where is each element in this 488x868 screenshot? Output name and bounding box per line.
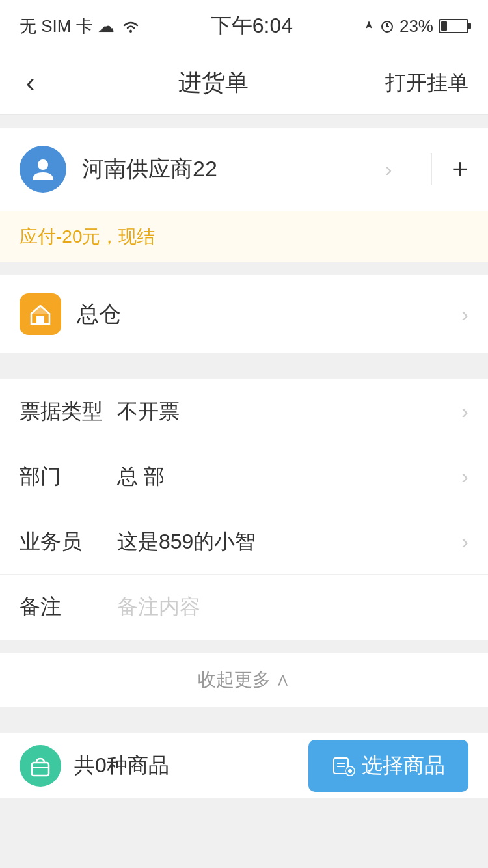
salesperson-value: 这是859的小智 bbox=[111, 528, 461, 556]
warehouse-chevron-icon: › bbox=[461, 303, 468, 327]
dept-label: 部门 bbox=[20, 463, 111, 491]
page-title: 进货单 bbox=[178, 67, 249, 99]
warehouse-row[interactable]: 总仓 › bbox=[0, 275, 488, 353]
form-section: 票据类型 不开票 › 部门 总 部 › 业务员 这是859的小智 › 备注 备注… bbox=[0, 379, 488, 640]
warehouse-name: 总仓 bbox=[77, 299, 461, 329]
svg-rect-5 bbox=[36, 316, 44, 324]
salesperson-chevron-icon: › bbox=[461, 530, 468, 554]
svg-point-0 bbox=[129, 30, 132, 33]
note-input[interactable]: 备注内容 bbox=[111, 593, 468, 621]
invoice-chevron-icon: › bbox=[461, 400, 468, 424]
section-gap-3 bbox=[0, 353, 488, 366]
section-gap-4 bbox=[0, 707, 488, 720]
svg-point-4 bbox=[38, 159, 48, 170]
note-label: 备注 bbox=[20, 593, 111, 621]
open-pending-button[interactable]: 打开挂单 bbox=[385, 69, 468, 98]
notice-banner: 应付-20元，现结 bbox=[0, 211, 488, 262]
warehouse-card[interactable]: 总仓 › bbox=[0, 275, 488, 353]
wifi-icon bbox=[121, 19, 141, 33]
supplier-card: 河南供应商22 › + 应付-20元，现结 bbox=[0, 128, 488, 262]
warehouse-icon bbox=[20, 293, 61, 335]
collapse-button[interactable]: 收起更多 ∧ bbox=[0, 653, 488, 707]
svg-rect-6 bbox=[32, 763, 49, 776]
invoice-label: 票据类型 bbox=[20, 398, 111, 426]
supplier-avatar bbox=[20, 146, 66, 193]
invoice-value: 不开票 bbox=[111, 398, 461, 426]
section-gap-2 bbox=[0, 262, 488, 275]
status-bar: 无 SIM 卡 ☁ 下午6:04 23% bbox=[0, 0, 488, 52]
product-count: 共0种商品 bbox=[74, 752, 308, 780]
supplier-divider bbox=[431, 153, 432, 185]
product-icon bbox=[20, 745, 61, 787]
dept-value: 总 部 bbox=[111, 463, 461, 491]
dept-chevron-icon: › bbox=[461, 465, 468, 489]
status-left: 无 SIM 卡 ☁ bbox=[20, 15, 141, 38]
house-icon bbox=[28, 302, 53, 327]
sim-status: 无 SIM 卡 ☁ bbox=[20, 15, 115, 38]
dept-row[interactable]: 部门 总 部 › bbox=[0, 444, 488, 509]
section-gap-1 bbox=[0, 115, 488, 128]
select-product-button[interactable]: 选择商品 bbox=[308, 740, 468, 792]
salesperson-row[interactable]: 业务员 这是859的小智 › bbox=[0, 509, 488, 575]
product-bar: 共0种商品 选择商品 bbox=[0, 733, 488, 798]
supplier-row[interactable]: 河南供应商22 › + bbox=[0, 128, 488, 211]
select-product-icon bbox=[332, 754, 355, 778]
salesperson-label: 业务员 bbox=[20, 528, 111, 556]
select-product-label: 选择商品 bbox=[362, 752, 445, 780]
bottom-background bbox=[0, 798, 488, 868]
back-button[interactable]: ‹ bbox=[20, 62, 41, 104]
note-row[interactable]: 备注 备注内容 bbox=[0, 575, 488, 640]
nav-bar: ‹ 进货单 打开挂单 bbox=[0, 52, 488, 115]
invoice-row[interactable]: 票据类型 不开票 › bbox=[0, 379, 488, 444]
supplier-chevron-icon: › bbox=[385, 157, 392, 182]
battery-percent: 23% bbox=[400, 16, 433, 36]
location-icon bbox=[363, 20, 375, 33]
status-time: 下午6:04 bbox=[211, 12, 293, 40]
battery-icon bbox=[439, 19, 468, 33]
add-supplier-button[interactable]: + bbox=[452, 153, 468, 185]
shopping-bag-icon bbox=[28, 753, 53, 778]
alarm-icon bbox=[380, 19, 394, 33]
status-right: 23% bbox=[363, 16, 468, 36]
supplier-name: 河南供应商22 bbox=[82, 154, 385, 184]
person-icon bbox=[29, 156, 57, 183]
